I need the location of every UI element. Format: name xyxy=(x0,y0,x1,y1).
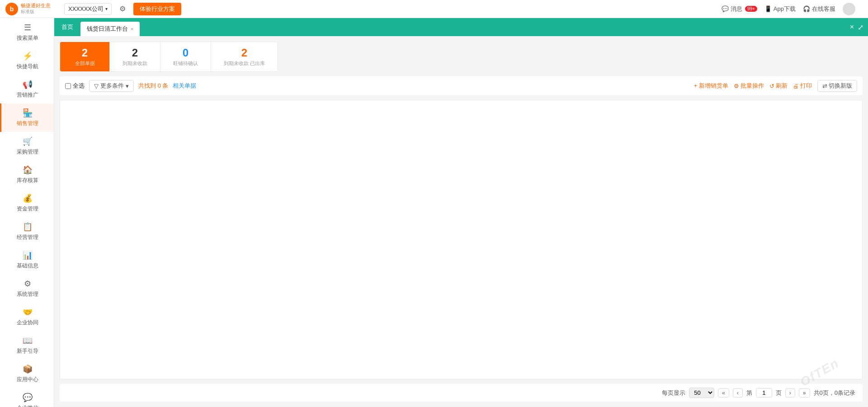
stat-desc-overdue: 到期未收款 xyxy=(123,60,147,67)
logo-tag: 标准版 xyxy=(21,9,51,15)
sidebar-label-sales: 销售管理 xyxy=(17,120,38,127)
found-text: 共找到 0 条 xyxy=(138,82,168,90)
marketing-icon: 📢 xyxy=(23,80,33,89)
logo-text-area: 畅捷通好生意 标准版 xyxy=(21,3,51,15)
print-icon: 🖨 xyxy=(793,83,799,89)
stat-tab-all[interactable]: 2 全部单据 xyxy=(60,42,110,71)
switch-icon: ⇄ xyxy=(822,83,827,89)
tab-close-icon[interactable]: × xyxy=(131,26,133,32)
select-all-input[interactable] xyxy=(65,83,71,89)
stat-tab-overdue-out[interactable]: 2 到期未收款 已出库 xyxy=(211,42,278,71)
sidebar-item-purchase[interactable]: 🛒 采购管理 xyxy=(0,132,54,160)
add-sale-order-button[interactable]: + 新增销货单 xyxy=(694,82,728,90)
stat-tab-overdue[interactable]: 2 到期未收款 xyxy=(110,42,160,71)
company-selector[interactable]: XXXXXX公司 ▾ xyxy=(64,3,112,15)
logo-text: 畅捷通好生意 xyxy=(21,3,51,9)
quick-nav-icon: ⚡ xyxy=(23,51,33,61)
try-plan-button[interactable]: 体验行业方案 xyxy=(133,3,181,15)
tab-home[interactable]: 首页 xyxy=(54,18,80,36)
batch-operation-button[interactable]: ⚙ 批量操作 xyxy=(734,82,764,90)
avatar[interactable] xyxy=(843,3,855,15)
found-unit: 条 xyxy=(162,82,168,89)
page-last-button[interactable]: » xyxy=(799,388,810,398)
page-first-button[interactable]: « xyxy=(718,388,729,398)
sidebar-label-purchase: 采购管理 xyxy=(17,148,38,156)
message-icon: 💬 xyxy=(722,5,729,12)
sidebar-label-guide: 新手引导 xyxy=(17,347,38,355)
batch-label: 批量操作 xyxy=(741,82,764,90)
page-prev-button[interactable]: ‹ xyxy=(733,388,743,398)
switch-version-button[interactable]: ⇄ 切换新版 xyxy=(817,80,857,92)
tab-active-label: 钱货日清工作台 xyxy=(87,25,128,33)
found-count: 0 xyxy=(158,82,161,89)
company-name: XXXXXX公司 xyxy=(68,5,104,13)
filter-chevron-icon: ▾ xyxy=(126,83,129,89)
stat-tab-wangpu[interactable]: 0 旺铺待确认 xyxy=(160,42,211,71)
sidebar-label-wechat: 企业微信 xyxy=(17,404,38,407)
select-all-checkbox[interactable]: 全选 xyxy=(65,82,85,90)
print-button[interactable]: 🖨 打印 xyxy=(793,82,812,90)
online-label: 在线客服 xyxy=(812,5,835,13)
wechat-icon: 💬 xyxy=(23,393,33,402)
sidebar-item-sales[interactable]: 🏪 销售管理 xyxy=(0,103,54,132)
app-download-button[interactable]: 📱 App下载 xyxy=(764,5,796,13)
settings-button[interactable]: ⚙ xyxy=(116,3,129,15)
sidebar-label-base-info: 基础信息 xyxy=(17,262,38,270)
search-menu-icon: ☰ xyxy=(24,23,31,33)
finance-icon: 💰 xyxy=(23,193,33,203)
tab-bar: 首页 钱货日清工作台 × × ⤢ xyxy=(54,18,868,36)
top-header: b 畅捷通好生意 标准版 XXXXXX公司 ▾ ⚙ 体验行业方案 💬 消息 99… xyxy=(0,0,868,18)
inventory-icon: 🏠 xyxy=(23,165,33,175)
sidebar-item-quick-nav[interactable]: ⚡ 快捷导航 xyxy=(0,47,54,75)
logo-icon: b xyxy=(5,3,18,15)
stat-num-all: 2 xyxy=(73,47,97,59)
enterprise-icon: 🤝 xyxy=(23,307,33,317)
stat-num-wangpu: 0 xyxy=(173,47,198,59)
message-label: 消息 xyxy=(731,5,742,13)
sidebar-label-system: 系统管理 xyxy=(17,290,38,298)
total-text: 共0页，0条记录 xyxy=(814,389,855,397)
sidebar-item-operations[interactable]: 📋 经营管理 xyxy=(0,217,54,246)
message-badge: 99+ xyxy=(745,6,757,12)
sidebar-item-app-center[interactable]: 📦 应用中心 xyxy=(0,360,54,388)
table-area xyxy=(60,100,863,379)
toolbar: 全选 ▽ 更多条件 ▾ 共找到 0 条 相关单据 + 新增销货单 xyxy=(60,76,863,95)
window-expand-icon[interactable]: ⤢ xyxy=(858,23,863,32)
sidebar-item-enterprise[interactable]: 🤝 企业协同 xyxy=(0,303,54,331)
sidebar-item-finance[interactable]: 💰 资金管理 xyxy=(0,189,54,217)
sidebar-item-inventory[interactable]: 🏠 库存核算 xyxy=(0,160,54,189)
sidebar-label-marketing: 营销推广 xyxy=(17,91,38,99)
online-service-button[interactable]: 🎧 在线客服 xyxy=(803,5,835,13)
header-right: 💬 消息 99+ 📱 App下载 🎧 在线客服 xyxy=(722,3,863,15)
refresh-icon: ↺ xyxy=(769,83,774,89)
tab-active[interactable]: 钱货日清工作台 × xyxy=(80,22,140,36)
sidebar-label-finance: 资金管理 xyxy=(17,205,38,213)
sidebar-label-enterprise: 企业协同 xyxy=(17,319,38,327)
logo-area: b 畅捷通好生意 标准版 xyxy=(5,3,60,15)
sidebar-item-base-info[interactable]: 📊 基础信息 xyxy=(0,246,54,274)
page-content: 2 全部单据 2 到期未收款 0 旺铺待确认 2 到期未收款 已出库 xyxy=(54,36,868,407)
sidebar-item-wechat[interactable]: 💬 企业微信 xyxy=(0,388,54,407)
purchase-icon: 🛒 xyxy=(23,136,33,146)
sidebar-item-guide[interactable]: 📖 新手引导 xyxy=(0,331,54,360)
page-number-input[interactable] xyxy=(756,388,772,398)
chevron-down-icon: ▾ xyxy=(105,6,108,11)
sidebar-item-marketing[interactable]: 📢 营销推广 xyxy=(0,75,54,103)
sidebar-label-quick-nav: 快捷导航 xyxy=(17,63,38,70)
window-close-icon[interactable]: × xyxy=(850,23,854,31)
sidebar-item-system[interactable]: ⚙ 系统管理 xyxy=(0,274,54,303)
related-orders-link[interactable]: 相关单据 xyxy=(173,82,196,90)
stat-desc-wangpu: 旺铺待确认 xyxy=(173,60,198,67)
sidebar-label-inventory: 库存核算 xyxy=(17,177,38,184)
sidebar: ☰ 搜索菜单 ⚡ 快捷导航 📢 营销推广 🏪 销售管理 🛒 采购管理 🏠 库存核… xyxy=(0,18,54,407)
filter-button[interactable]: ▽ 更多条件 ▾ xyxy=(89,80,134,92)
page-next-button[interactable]: › xyxy=(785,388,795,398)
page-size-select[interactable]: 50 20 100 xyxy=(689,388,714,398)
sidebar-item-search-menu[interactable]: ☰ 搜索菜单 xyxy=(0,18,54,47)
batch-icon: ⚙ xyxy=(734,83,739,89)
header-left: b 畅捷通好生意 标准版 XXXXXX公司 ▾ ⚙ 体验行业方案 xyxy=(5,3,181,15)
message-button[interactable]: 💬 消息 99+ xyxy=(722,5,757,13)
refresh-button[interactable]: ↺ 刷新 xyxy=(769,82,788,90)
guide-icon: 📖 xyxy=(23,336,33,346)
app-icon: 📱 xyxy=(764,5,772,12)
